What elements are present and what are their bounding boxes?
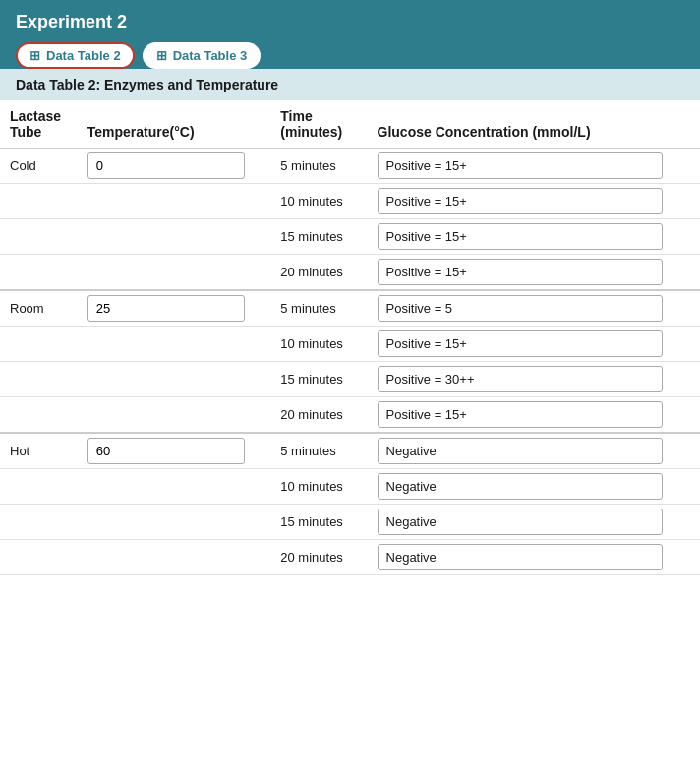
table-row: 20 minutes bbox=[0, 397, 700, 434]
subtitle-text: Data Table 2: Enzymes and Temperature bbox=[16, 77, 278, 92]
lactase-label: Cold bbox=[0, 149, 78, 184]
lactase-label bbox=[0, 255, 78, 291]
lactase-label bbox=[0, 397, 78, 434]
table-icon-2: ⊞ bbox=[29, 48, 40, 63]
lactase-label bbox=[0, 219, 78, 255]
lactase-label bbox=[0, 505, 78, 540]
tab-data-table-2[interactable]: ⊞ Data Table 2 bbox=[16, 42, 135, 69]
time-cell: 5 minutes bbox=[270, 149, 367, 184]
subtitle-bar: Data Table 2: Enzymes and Temperature bbox=[0, 69, 700, 100]
result-cell[interactable] bbox=[368, 184, 700, 219]
result-input[interactable] bbox=[378, 295, 663, 322]
lactase-label bbox=[0, 362, 78, 397]
lactase-label bbox=[0, 469, 78, 505]
table-icon-3: ⊞ bbox=[156, 48, 167, 63]
lactase-label bbox=[0, 540, 78, 575]
table-row: 10 minutes bbox=[0, 327, 700, 362]
table-row: 20 minutes bbox=[0, 540, 700, 575]
col-header-lactase: Lactase Tube bbox=[0, 100, 78, 149]
time-cell: 15 minutes bbox=[270, 362, 367, 397]
temperature-cell bbox=[78, 540, 271, 575]
result-cell[interactable] bbox=[368, 255, 700, 291]
result-input[interactable] bbox=[378, 152, 663, 179]
result-input[interactable] bbox=[378, 259, 663, 285]
temperature-cell bbox=[78, 184, 271, 219]
tab-label-2: Data Table 2 bbox=[46, 48, 121, 63]
result-input[interactable] bbox=[378, 473, 663, 500]
data-table: Lactase Tube Temperature(°C) Time (minut… bbox=[0, 100, 700, 575]
lactase-label: Hot bbox=[0, 433, 78, 469]
table-container: Lactase Tube Temperature(°C) Time (minut… bbox=[0, 100, 700, 575]
result-input[interactable] bbox=[378, 509, 663, 535]
time-cell: 5 minutes bbox=[270, 290, 367, 327]
lactase-label: Room bbox=[0, 290, 78, 327]
temperature-cell bbox=[78, 505, 271, 540]
time-cell: 10 minutes bbox=[270, 327, 367, 362]
tab-bar: ⊞ Data Table 2 ⊞ Data Table 3 bbox=[16, 42, 684, 69]
table-header-row: Lactase Tube Temperature(°C) Time (minut… bbox=[0, 100, 700, 149]
result-input[interactable] bbox=[378, 330, 663, 357]
temperature-cell bbox=[78, 397, 271, 434]
experiment-title: Experiment 2 bbox=[16, 12, 684, 32]
table-row: 15 minutes bbox=[0, 362, 700, 397]
temperature-cell bbox=[78, 219, 271, 255]
result-cell[interactable] bbox=[368, 397, 700, 434]
temperature-input[interactable] bbox=[88, 295, 245, 322]
result-cell[interactable] bbox=[368, 327, 700, 362]
result-input[interactable] bbox=[378, 401, 663, 428]
tab-label-3: Data Table 3 bbox=[173, 48, 248, 63]
lactase-label bbox=[0, 327, 78, 362]
result-cell[interactable] bbox=[368, 362, 700, 397]
col-header-temperature: Temperature(°C) bbox=[78, 100, 271, 149]
time-cell: 10 minutes bbox=[270, 184, 367, 219]
result-cell[interactable] bbox=[368, 540, 700, 575]
result-input[interactable] bbox=[378, 438, 663, 464]
temperature-cell[interactable] bbox=[78, 433, 271, 469]
result-cell[interactable] bbox=[368, 290, 700, 327]
result-cell[interactable] bbox=[368, 469, 700, 505]
tab-data-table-3[interactable]: ⊞ Data Table 3 bbox=[143, 42, 262, 69]
table-row: 15 minutes bbox=[0, 505, 700, 540]
time-cell: 15 minutes bbox=[270, 219, 367, 255]
result-input[interactable] bbox=[378, 366, 663, 392]
result-cell[interactable] bbox=[368, 433, 700, 469]
table-row: 10 minutes bbox=[0, 469, 700, 505]
col-header-time: Time (minutes) bbox=[270, 100, 367, 149]
table-row: Cold5 minutes bbox=[0, 149, 700, 184]
result-cell[interactable] bbox=[368, 219, 700, 255]
temperature-cell[interactable] bbox=[78, 290, 271, 327]
temperature-input[interactable] bbox=[88, 438, 245, 464]
result-input[interactable] bbox=[378, 544, 663, 570]
temperature-cell bbox=[78, 327, 271, 362]
time-cell: 20 minutes bbox=[270, 255, 367, 291]
table-row: 10 minutes bbox=[0, 184, 700, 219]
result-cell[interactable] bbox=[368, 149, 700, 184]
col-header-glucose: Glucose Concentration (mmol/L) bbox=[368, 100, 700, 149]
result-input[interactable] bbox=[378, 188, 663, 214]
temperature-cell[interactable] bbox=[78, 149, 271, 184]
result-input[interactable] bbox=[378, 223, 663, 250]
temperature-input[interactable] bbox=[88, 152, 245, 179]
header: Experiment 2 ⊞ Data Table 2 ⊞ Data Table… bbox=[0, 0, 700, 69]
time-cell: 10 minutes bbox=[270, 469, 367, 505]
result-cell[interactable] bbox=[368, 505, 700, 540]
lactase-label bbox=[0, 184, 78, 219]
temperature-cell bbox=[78, 362, 271, 397]
temperature-cell bbox=[78, 255, 271, 291]
time-cell: 20 minutes bbox=[270, 397, 367, 434]
time-cell: 20 minutes bbox=[270, 540, 367, 575]
temperature-cell bbox=[78, 469, 271, 505]
table-row: 20 minutes bbox=[0, 255, 700, 291]
table-row: Hot5 minutes bbox=[0, 433, 700, 469]
time-cell: 5 minutes bbox=[270, 433, 367, 469]
time-cell: 15 minutes bbox=[270, 505, 367, 540]
table-row: Room5 minutes bbox=[0, 290, 700, 327]
table-row: 15 minutes bbox=[0, 219, 700, 255]
